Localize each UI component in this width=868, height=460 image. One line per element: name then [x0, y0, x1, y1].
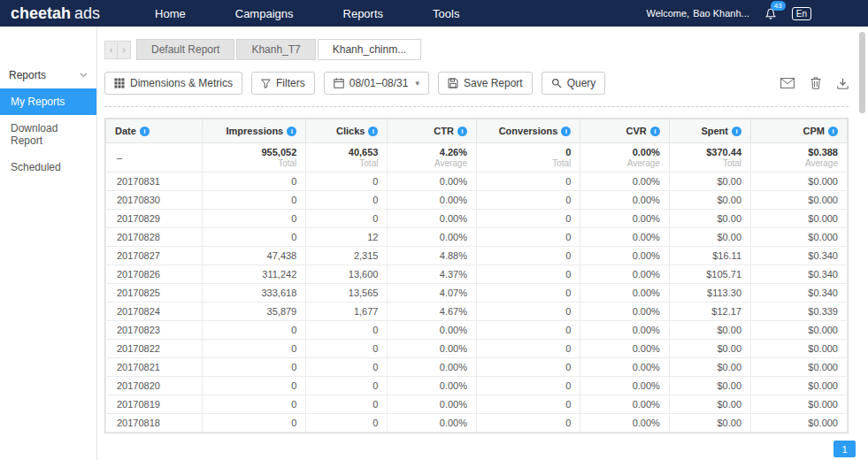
value-cell: 0.00%	[580, 395, 670, 414]
table-row[interactable]: 20170825333,61813,5654.07%00.00%$113.30$…	[106, 284, 848, 303]
column-label: Clicks	[336, 126, 365, 136]
sidebar-item-download-report[interactable]: Download Report	[0, 115, 96, 154]
value-cell: 0	[306, 358, 388, 377]
table-row[interactable]: 20170831000.00%00.00%$0.00$0.000	[106, 172, 848, 191]
value-cell: $0.00	[669, 395, 750, 414]
main-content: ‹ › Default ReportKhanh_T7Khanh_chinm...…	[97, 27, 868, 460]
tab-default-report[interactable]: Default Report	[136, 39, 234, 60]
table-row[interactable]: 20170819000.00%00.00%$0.00$0.000	[106, 395, 848, 414]
info-icon[interactable]: i	[457, 126, 467, 136]
logo[interactable]: cheetah ads	[11, 4, 100, 23]
value-cell: $113.30	[669, 284, 750, 303]
trash-icon[interactable]	[810, 77, 821, 89]
nav-item-campaigns[interactable]: Campaigns	[235, 7, 294, 20]
sidebar-section-reports[interactable]: Reports	[0, 62, 96, 88]
value-cell: 0	[476, 191, 580, 210]
language-selector[interactable]: En	[792, 7, 811, 20]
table-row[interactable]: 20170830000.00%00.00%$0.00$0.000	[106, 191, 848, 210]
date-cell: 20170824	[106, 303, 203, 321]
info-icon[interactable]: i	[732, 126, 741, 136]
date-cell: 20170819	[106, 395, 203, 414]
column-header-ctr[interactable]: CTRi	[388, 119, 477, 143]
date-cell: 20170822	[106, 340, 203, 358]
value-cell: $0.000	[751, 210, 848, 228]
value-cell: 0.00%	[388, 210, 477, 228]
value-cell: 0	[476, 210, 580, 228]
totals-date-cell: –	[106, 143, 203, 172]
value-cell: 4.88%	[388, 247, 477, 265]
scrollbar[interactable]	[859, 32, 865, 455]
value-cell: 0	[306, 395, 388, 414]
table-row[interactable]: 20170829000.00%00.00%$0.00$0.000	[106, 210, 848, 228]
column-header-impressions[interactable]: Impressionsi	[202, 119, 305, 143]
nav-item-reports[interactable]: Reports	[343, 7, 384, 20]
info-icon[interactable]: i	[140, 126, 150, 136]
date-cell: 20170831	[106, 172, 203, 191]
value-cell: 0	[306, 377, 388, 395]
info-icon[interactable]: i	[828, 126, 838, 136]
page-1-button[interactable]: 1	[833, 441, 856, 457]
tab-khanh-chinm[interactable]: Khanh_chinm...	[318, 39, 421, 60]
tab-scroll-left-icon[interactable]: ‹	[104, 41, 118, 59]
nav-item-tools[interactable]: Tools	[433, 7, 459, 20]
tab-scroll-right-icon[interactable]: ›	[118, 41, 131, 59]
totals-cell: 40,653Total	[306, 143, 388, 172]
nav-item-home[interactable]: Home	[155, 7, 186, 20]
column-header-conversions[interactable]: Conversionsi	[476, 119, 580, 143]
mail-icon[interactable]	[780, 78, 795, 88]
column-header-spent[interactable]: Spenti	[669, 119, 750, 143]
value-cell: $0.000	[751, 321, 848, 340]
save-report-button[interactable]: Save Report	[438, 72, 533, 95]
table-row[interactable]: 2017082747,4382,3154.88%00.00%$16.11$0.3…	[106, 247, 848, 265]
table-row[interactable]: 20170821000.00%00.00%$0.00$0.000	[106, 358, 848, 377]
table-row[interactable]: 20170820000.00%00.00%$0.00$0.000	[106, 377, 848, 395]
table-row[interactable]: 20170818000.00%00.00%$0.00$0.000	[106, 414, 848, 433]
table-row[interactable]: 20170822000.00%00.00%$0.00$0.000	[106, 340, 848, 358]
button-label: Dimensions & Metrics	[130, 77, 233, 89]
value-cell: 0	[306, 172, 388, 191]
notification-bell-icon[interactable]: 43	[764, 7, 778, 20]
query-button[interactable]: Query	[542, 72, 606, 95]
value-cell: $0.339	[751, 303, 848, 321]
info-icon[interactable]: i	[650, 126, 660, 136]
date-cell: 20170826	[106, 265, 203, 284]
table-row[interactable]: 20170823000.00%00.00%$0.00$0.000	[106, 321, 848, 340]
value-cell: $0.00	[669, 340, 750, 358]
scrollbar-thumb[interactable]	[859, 32, 865, 113]
filters-button[interactable]: Filters	[251, 72, 315, 95]
info-icon[interactable]: i	[368, 126, 378, 136]
value-cell: 333,618	[202, 284, 305, 303]
welcome-label: Welcome,	[646, 8, 689, 19]
value-cell: 0.00%	[580, 228, 670, 247]
value-cell: 0.00%	[580, 265, 670, 284]
funnel-icon	[261, 79, 271, 88]
value-cell: $0.00	[669, 172, 750, 191]
column-header-cpm[interactable]: CPMi	[751, 119, 848, 143]
date-cell: 20170821	[106, 358, 203, 377]
info-icon[interactable]: i	[287, 126, 296, 136]
table-row[interactable]: 201708280120.00%00.00%$0.00$0.000	[106, 228, 848, 247]
column-header-clicks[interactable]: Clicksi	[306, 119, 388, 143]
caret-down-icon: ▾	[415, 79, 419, 88]
sidebar-item-my-reports[interactable]: My Reports	[0, 88, 96, 115]
main-nav: HomeCampaignsReportsTools	[155, 7, 459, 20]
date-range-picker[interactable]: 08/01–08/31 ▾	[324, 72, 429, 95]
value-cell: $0.000	[751, 414, 848, 433]
welcome-text: Welcome,Bao Khanh...	[646, 8, 749, 19]
info-icon[interactable]: i	[561, 126, 571, 136]
column-header-date[interactable]: Datei	[106, 119, 203, 143]
value-cell: 0	[476, 284, 580, 303]
tab-khanh-t7[interactable]: Khanh_T7	[236, 39, 315, 60]
date-cell: 20170825	[106, 284, 203, 303]
column-header-cvr[interactable]: CVRi	[580, 119, 670, 143]
download-icon[interactable]	[837, 78, 849, 89]
value-cell: 13,600	[306, 265, 388, 284]
table-row[interactable]: 20170826311,24213,6004.37%00.00%$105.71$…	[106, 265, 848, 284]
value-cell: 13,565	[306, 284, 388, 303]
value-cell: 0	[306, 340, 388, 358]
value-cell: 0.00%	[388, 321, 477, 340]
column-label: Spent	[701, 126, 728, 136]
table-row[interactable]: 2017082435,8791,6774.67%00.00%$12.17$0.3…	[106, 303, 848, 321]
sidebar-item-scheduled[interactable]: Scheduled	[0, 154, 96, 180]
dimensions-metrics-button[interactable]: Dimensions & Metrics	[104, 72, 242, 95]
